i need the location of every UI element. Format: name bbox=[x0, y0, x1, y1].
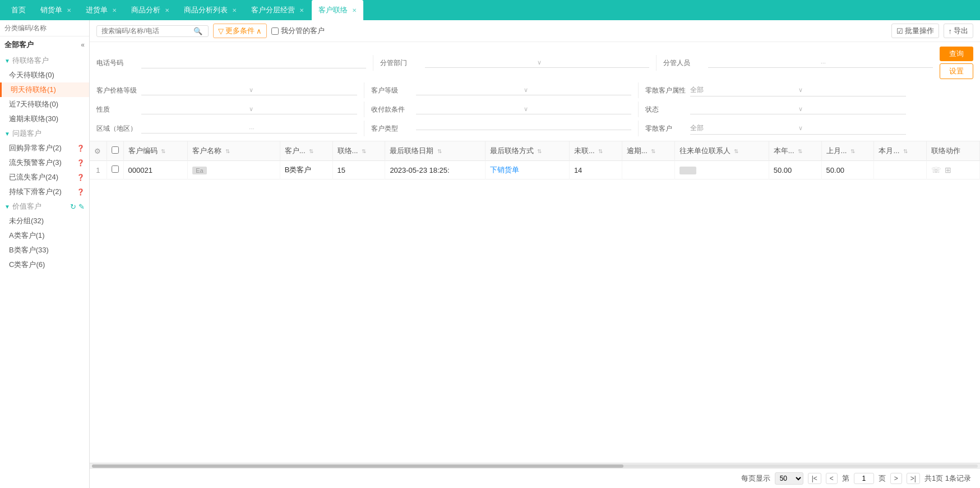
sidebar-item-type-c[interactable]: C类客户(6) bbox=[0, 257, 89, 272]
sidebar-item-churn-warning-help[interactable]: ❓ bbox=[77, 159, 85, 167]
sidebar-item-churned[interactable]: 已流失客户(24) ❓ bbox=[0, 170, 89, 185]
filter-customer-level-select[interactable]: ∨ bbox=[416, 85, 632, 95]
nav-customer-contact-close[interactable]: ✕ bbox=[352, 7, 357, 13]
row-grid-icon[interactable]: ⊞ bbox=[945, 165, 951, 174]
filter-status-select[interactable]: ∨ bbox=[690, 104, 906, 114]
nav-product-analysis-list-close[interactable]: ✕ bbox=[232, 7, 237, 13]
filter-retail-customer-select[interactable]: 全部 ∨ bbox=[690, 122, 906, 135]
col-type: 客户... ⇅ bbox=[280, 141, 332, 161]
filter-payment-select[interactable]: ∨ bbox=[416, 104, 632, 114]
filter-person-ellipsis: ··· bbox=[821, 59, 933, 66]
col-this-year-sort[interactable]: ⇅ bbox=[798, 148, 802, 154]
col-this-month-sort[interactable]: ⇅ bbox=[903, 148, 908, 154]
row-phone-icon[interactable]: ☏ bbox=[931, 165, 941, 174]
filter-price-level-select[interactable]: ∨ bbox=[141, 85, 357, 95]
col-last-method-sort[interactable]: ⇅ bbox=[537, 148, 542, 154]
col-last-month-sort[interactable]: ⇅ bbox=[850, 148, 855, 154]
nav-product-analysis[interactable]: 商品分析 ✕ bbox=[124, 0, 176, 20]
next-page-btn[interactable]: > bbox=[890, 473, 902, 484]
sidebar-item-repurchase[interactable]: 回购异常客户(2) ❓ bbox=[0, 141, 89, 155]
sidebar-search-bar: 🔍 bbox=[0, 20, 89, 36]
filter-my-customers-checkbox[interactable] bbox=[271, 27, 279, 35]
filter-price-level-label: 客户价格等级 bbox=[96, 86, 141, 95]
sidebar-all-customers[interactable]: 全部客户 « bbox=[0, 36, 89, 53]
sidebar-item-repurchase-help[interactable]: ❓ bbox=[77, 145, 85, 152]
col-type-sort[interactable]: ⇅ bbox=[309, 148, 313, 154]
sidebar-value-refresh[interactable]: ↻ bbox=[70, 202, 76, 211]
col-settings: ⚙ bbox=[90, 141, 107, 161]
batch-op-checkbox-icon: ☑ bbox=[896, 27, 903, 35]
export-button[interactable]: ↑ 导出 bbox=[944, 24, 974, 38]
sidebar-item-type-b[interactable]: B类客户(33) bbox=[0, 243, 89, 257]
col-last-date-sort[interactable]: ⇅ bbox=[437, 148, 442, 154]
col-uncontacted-sort[interactable]: ⇅ bbox=[598, 148, 603, 154]
col-code-sort[interactable]: ⇅ bbox=[161, 148, 165, 154]
col-unit-contact-sort[interactable]: ⇅ bbox=[734, 148, 738, 154]
select-all-checkbox[interactable] bbox=[112, 146, 119, 154]
col-name-sort[interactable]: ⇅ bbox=[225, 148, 230, 154]
filter-area-select[interactable]: ··· bbox=[141, 124, 357, 133]
sidebar-item-type-a[interactable]: A类客户(1) bbox=[0, 228, 89, 243]
nav-purchase[interactable]: 进货单 ✕ bbox=[79, 0, 123, 20]
sidebar-item-week[interactable]: 近7天待联络(0) bbox=[0, 97, 89, 112]
row-last-method: 下销货单 bbox=[485, 161, 569, 179]
filter-phone-input[interactable] bbox=[141, 58, 366, 68]
filter-search-input[interactable] bbox=[101, 27, 191, 35]
sidebar-item-ungrouped[interactable]: 未分组(32) bbox=[0, 214, 89, 228]
filter-nature-select[interactable]: ∨ bbox=[141, 104, 357, 114]
nav-product-analysis-list[interactable]: 商品分析列表 ✕ bbox=[177, 0, 243, 20]
filter-search-icon[interactable]: 🔍 bbox=[193, 27, 202, 35]
filter-customer-level-label: 客户等级 bbox=[371, 86, 416, 95]
bottom-scroll[interactable] bbox=[90, 463, 980, 468]
filter-person-label: 分管人员 bbox=[663, 58, 708, 68]
row-this-year: 50.00 bbox=[769, 161, 821, 179]
nav-home[interactable]: 首页 bbox=[4, 0, 33, 20]
page-number-input[interactable] bbox=[854, 473, 874, 484]
prev-page-btn[interactable]: < bbox=[826, 473, 838, 484]
nav-customer-segment-close[interactable]: ✕ bbox=[299, 7, 304, 13]
batch-op-button[interactable]: ☑ 批量操作 bbox=[891, 24, 939, 38]
filter-dept-select[interactable]: ∨ bbox=[425, 58, 650, 68]
filter-more-label: 更多条件 bbox=[225, 26, 255, 36]
filter-person-select[interactable]: ··· bbox=[708, 58, 933, 68]
sidebar-item-declining[interactable]: 持续下滑客户(2) ❓ bbox=[0, 185, 89, 199]
per-page-select[interactable]: 50 100 200 bbox=[775, 472, 803, 485]
col-overdue-sort[interactable]: ⇅ bbox=[651, 148, 655, 154]
row-checkbox[interactable] bbox=[112, 165, 119, 173]
filter-search-box: 🔍 bbox=[96, 25, 209, 37]
query-button[interactable]: 查询 bbox=[940, 47, 973, 61]
sidebar-item-declining-help[interactable]: ❓ bbox=[77, 188, 85, 196]
col-this-month: 本月... ⇅ bbox=[874, 141, 927, 161]
filter-more-conditions[interactable]: ▽ 更多条件 ∧ bbox=[213, 24, 267, 38]
nav-sales[interactable]: 销货单 ✕ bbox=[34, 0, 78, 20]
sidebar-item-churn-warning[interactable]: 流失预警客户(3) ❓ bbox=[0, 155, 89, 170]
last-page-btn[interactable]: >| bbox=[907, 473, 920, 484]
nav-sales-close[interactable]: ✕ bbox=[67, 7, 71, 13]
row-last-method-link[interactable]: 下销货单 bbox=[490, 165, 519, 174]
filter-my-customers[interactable]: 我分管的客户 bbox=[271, 26, 325, 36]
filter-phone-label: 电话号码 bbox=[96, 58, 141, 68]
nav-customer-contact[interactable]: 客户联络 ✕ bbox=[312, 0, 363, 20]
col-contact-sort[interactable]: ⇅ bbox=[362, 148, 366, 154]
sidebar-item-today[interactable]: 今天待联络(0) bbox=[0, 68, 89, 82]
filter-field-retail-customer: 零散客户 全部 ∨ bbox=[645, 122, 906, 135]
filter-customer-type-select[interactable] bbox=[416, 127, 632, 130]
sidebar-item-overdue-pending[interactable]: 逾期未联络(30) bbox=[0, 112, 89, 126]
sidebar-value-edit[interactable]: ✎ bbox=[78, 202, 85, 211]
settings-icon[interactable]: ⚙ bbox=[94, 147, 101, 155]
filter-area-label: 区域（地区） bbox=[96, 124, 141, 133]
nav-product-analysis-close[interactable]: ✕ bbox=[165, 7, 169, 13]
batch-op-label: 批量操作 bbox=[905, 26, 934, 36]
col-checkbox bbox=[107, 141, 123, 161]
filter-field-customer-level: 客户等级 ∨ bbox=[371, 85, 632, 95]
sidebar-item-type-a-label: A类客户(1) bbox=[9, 231, 45, 241]
filter-retail-attr-select[interactable]: 全部 ∨ bbox=[690, 84, 906, 96]
settings-button[interactable]: 设置 bbox=[940, 63, 973, 79]
nav-purchase-close[interactable]: ✕ bbox=[112, 7, 117, 13]
first-page-btn[interactable]: |< bbox=[808, 473, 821, 484]
sidebar-search-input[interactable] bbox=[4, 24, 89, 32]
nav-customer-segment[interactable]: 客户分层经营 ✕ bbox=[244, 0, 311, 20]
sidebar-item-churned-help[interactable]: ❓ bbox=[77, 174, 85, 181]
col-last-method-label: 最后联络方式 bbox=[490, 146, 534, 155]
sidebar-item-tomorrow[interactable]: 明天待联络(1) bbox=[0, 82, 89, 97]
